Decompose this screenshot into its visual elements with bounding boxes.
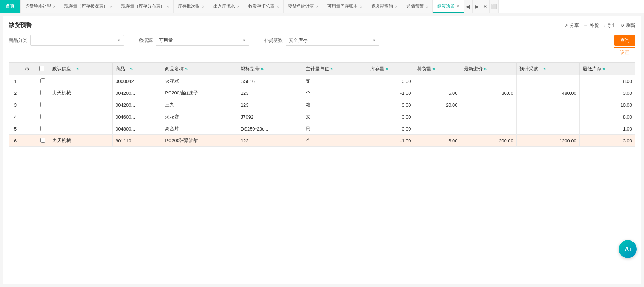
row-supplier: [49, 123, 113, 135]
th-est-purchase[interactable]: 预计采购... ⇅: [516, 63, 579, 75]
replenish-icon: ＋: [583, 22, 588, 29]
th-min-stock-sort[interactable]: 最低库存 ⇅: [583, 66, 605, 72]
row-spec: 123: [238, 87, 303, 99]
tab-order-stat-label: 要货单统计表: [288, 3, 314, 9]
tab-home[interactable]: 首页: [0, 0, 21, 13]
export-icon: ↓: [603, 23, 606, 28]
row-replenish: 20.00: [414, 99, 461, 111]
sort-icon-est-purchase: ⇅: [543, 67, 546, 71]
row-gear-cell: [22, 99, 36, 111]
th-product-code-label: 商品...: [116, 66, 129, 72]
tab-shortage[interactable]: 缺货预警 ×: [433, 0, 464, 13]
th-product-code[interactable]: 商品... ⇅: [113, 63, 162, 75]
tab-stock-dist-close[interactable]: ×: [167, 4, 169, 9]
row-est-purchase: [516, 111, 579, 123]
tab-exception[interactable]: 拣货异常处理 ×: [21, 0, 60, 13]
row-checkbox-3[interactable]: [40, 114, 45, 119]
th-est-purchase-sort[interactable]: 预计采购... ⇅: [519, 66, 546, 72]
tab-order-stat[interactable]: 要货单统计表 ×: [284, 0, 323, 13]
row-spec: 123: [238, 135, 303, 147]
row-replenish: [414, 75, 461, 87]
tab-inout[interactable]: 出入库流水 ×: [209, 0, 244, 13]
th-latest-price-sort[interactable]: 最新进价 ⇅: [464, 66, 487, 72]
datasource-select[interactable]: 可用量 ▼: [156, 35, 249, 46]
th-supplier-sort[interactable]: 默认供应... ⇅: [52, 66, 79, 72]
select-all-checkbox[interactable]: [39, 66, 44, 71]
row-product-name: 三九: [162, 99, 238, 111]
tab-maximize-btn[interactable]: ⬜: [490, 0, 499, 13]
tab-overstock[interactable]: 超储预警 ×: [402, 0, 433, 13]
category-chevron-down-icon: ▼: [117, 38, 121, 43]
tab-exception-close[interactable]: ×: [53, 4, 55, 9]
tab-available-close[interactable]: ×: [360, 4, 362, 9]
table-header-row: ⚙ 默认供应... ⇅ 商品... ⇅: [9, 63, 635, 75]
query-button[interactable]: 查询: [614, 35, 635, 46]
tab-expire[interactable]: 保质期查询 ×: [367, 0, 402, 13]
th-stock-sort[interactable]: 库存量 ⇅: [370, 66, 388, 72]
replenish-base-label: 补货基数: [264, 37, 283, 44]
th-min-stock[interactable]: 最低库存 ⇅: [579, 63, 635, 75]
row-product-code: 004200...: [113, 99, 162, 111]
th-gear[interactable]: ⚙: [22, 63, 36, 75]
th-unit[interactable]: 主计量单位 ⇅: [303, 63, 367, 75]
refresh-action[interactable]: ↺ 刷新: [621, 22, 635, 29]
share-action[interactable]: ↗ 分享: [564, 22, 579, 29]
th-product-code-sort[interactable]: 商品... ⇅: [116, 66, 133, 72]
th-product-name[interactable]: 商品名称 ⇅: [162, 63, 238, 75]
replenish-base-select[interactable]: 安全库存 ▼: [286, 35, 379, 46]
row-checkbox-4[interactable]: [40, 126, 45, 131]
tab-inout-close[interactable]: ×: [237, 4, 239, 9]
row-checkbox-5[interactable]: [40, 138, 45, 143]
row-latest-price: [461, 123, 516, 135]
sort-icon-spec: ⇅: [261, 67, 264, 71]
tab-batch-close[interactable]: ×: [202, 4, 204, 9]
tab-overstock-close[interactable]: ×: [426, 4, 428, 9]
tab-next-btn[interactable]: ▶: [473, 0, 481, 13]
tab-shortage-close[interactable]: ×: [457, 4, 459, 8]
th-spec[interactable]: 规格型号 ⇅: [238, 63, 303, 75]
table-row: 4 004600... 火花塞 J7092 支 0.00 8.00: [9, 111, 635, 123]
tab-order-stat-close[interactable]: ×: [316, 4, 318, 9]
th-unit-sort[interactable]: 主计量单位 ⇅: [306, 66, 333, 72]
row-gear-cell: [22, 75, 36, 87]
row-checkbox-1[interactable]: [40, 90, 45, 95]
th-latest-price-label: 最新进价: [464, 66, 483, 72]
th-product-name-sort[interactable]: 商品名称 ⇅: [165, 66, 188, 72]
tab-available[interactable]: 可用量库存账本 ×: [323, 0, 367, 13]
row-checkbox-2[interactable]: [40, 102, 45, 107]
tab-stock-status-close[interactable]: ×: [110, 4, 112, 9]
tab-stock-status[interactable]: 现存量（库存状况表） ×: [60, 0, 117, 13]
tab-prev-btn[interactable]: ◀: [464, 0, 473, 13]
export-action[interactable]: ↓ 导出: [603, 22, 617, 29]
row-checkbox-cell: [36, 111, 49, 123]
sort-icon-product-name: ⇅: [185, 67, 188, 71]
category-label: 商品分类: [9, 37, 27, 44]
replenish-action[interactable]: ＋ 补货: [583, 22, 599, 29]
row-stock: 0.00: [367, 75, 414, 87]
th-spec-sort[interactable]: 规格型号 ⇅: [241, 66, 264, 72]
tab-batch[interactable]: 库存批次账 ×: [174, 0, 209, 13]
th-replenish[interactable]: 补货量 ⇅: [414, 63, 461, 75]
row-checkbox-0[interactable]: [40, 78, 45, 83]
row-spec: 123: [238, 99, 303, 111]
th-row-number: [9, 63, 22, 75]
tab-close-all-btn[interactable]: ✕: [481, 0, 490, 13]
ai-assistant-badge[interactable]: Ai: [619, 240, 637, 258]
tab-available-label: 可用量库存账本: [327, 3, 358, 9]
tab-stock-dist[interactable]: 现存量（库存分布表） ×: [117, 0, 174, 13]
settings-button[interactable]: 设置: [614, 47, 635, 58]
tab-collect-close[interactable]: ×: [277, 4, 279, 9]
category-select[interactable]: ▼: [30, 35, 124, 46]
row-min-stock: 10.00: [579, 99, 635, 111]
th-latest-price[interactable]: 最新进价 ⇅: [461, 63, 516, 75]
th-supplier[interactable]: 默认供应... ⇅: [49, 63, 113, 75]
tab-bar: 首页 拣货异常处理 × 现存量（库存状况表） × 现存量（库存分布表） × 库存…: [0, 0, 644, 13]
share-label: 分享: [570, 22, 579, 29]
row-est-purchase: [516, 123, 579, 135]
th-replenish-sort[interactable]: 补货量 ⇅: [417, 66, 435, 72]
tab-collect[interactable]: 收发存汇总表 ×: [244, 0, 283, 13]
row-number: 1: [9, 75, 22, 87]
row-supplier: [49, 75, 113, 87]
tab-expire-close[interactable]: ×: [395, 4, 397, 9]
th-stock[interactable]: 库存量 ⇅: [367, 63, 414, 75]
